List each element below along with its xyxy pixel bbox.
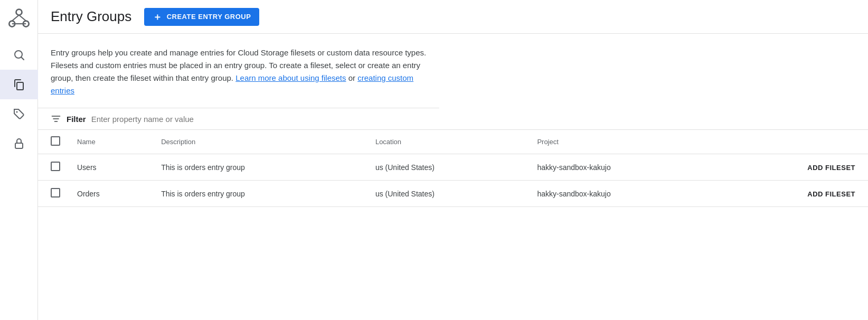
header-checkbox-cell — [38, 130, 69, 154]
create-button-label: CREATE ENTRY GROUP — [167, 13, 251, 21]
table-header-row: Name Description Location Project — [38, 130, 868, 154]
header-action — [721, 130, 868, 154]
header-project: Project — [529, 130, 721, 154]
entry-groups-table: Name Description Location Project Users … — [38, 130, 868, 207]
svg-rect-8 — [17, 82, 23, 90]
sidebar-item-search[interactable] — [0, 40, 38, 70]
sidebar-item-lock[interactable] — [0, 129, 38, 158]
sidebar — [0, 0, 38, 320]
filter-bar: Filter — [38, 108, 868, 130]
row-name-2: Orders — [69, 181, 153, 207]
row-checkbox-cell-2 — [38, 181, 69, 207]
header-location: Location — [367, 130, 529, 154]
main-content: Entry Groups ＋ CREATE ENTRY GROUP Entry … — [38, 0, 868, 320]
row-location-1: us (United States) — [367, 154, 529, 181]
select-all-checkbox[interactable] — [51, 136, 60, 146]
page-title: Entry Groups — [51, 8, 131, 25]
row-action-cell-1: ADD FILESET — [721, 154, 868, 181]
description-or-text: or — [348, 73, 358, 82]
learn-more-link[interactable]: Learn more about using filesets — [235, 73, 346, 82]
filter-icon — [51, 114, 61, 124]
table-container: Name Description Location Project Users … — [38, 130, 868, 320]
header-name: Name — [69, 130, 153, 154]
copy-icon — [13, 78, 25, 91]
lock-icon — [13, 137, 25, 150]
row-checkbox-2[interactable] — [51, 188, 60, 197]
svg-rect-10 — [15, 143, 23, 148]
sidebar-item-tags[interactable] — [0, 99, 38, 129]
table-row: Users This is orders entry group us (Uni… — [38, 154, 868, 181]
svg-point-0 — [16, 10, 22, 15]
filter-label: Filter — [67, 115, 86, 124]
row-project-1: hakky-sandbox-kakujo — [529, 154, 721, 181]
table-row: Orders This is orders entry group us (Un… — [38, 181, 868, 207]
svg-line-3 — [12, 15, 18, 21]
create-entry-group-button[interactable]: ＋ CREATE ENTRY GROUP — [144, 8, 259, 26]
row-project-2: hakky-sandbox-kakujo — [529, 181, 721, 207]
svg-point-9 — [16, 111, 17, 113]
filter-input[interactable] — [91, 115, 855, 124]
plus-icon: ＋ — [153, 12, 163, 22]
app-logo — [7, 6, 31, 30]
search-icon — [13, 49, 25, 61]
row-checkbox-1[interactable] — [51, 162, 60, 171]
sidebar-item-entry-groups[interactable] — [0, 70, 38, 99]
add-fileset-button-2[interactable]: ADD FILESET — [807, 190, 855, 198]
logo-icon — [7, 6, 31, 30]
svg-line-7 — [21, 58, 24, 60]
description-section: Entry groups help you create and manage … — [38, 34, 439, 108]
add-fileset-button-1[interactable]: ADD FILESET — [807, 164, 855, 172]
table-body: Users This is orders entry group us (Uni… — [38, 154, 868, 207]
row-checkbox-cell-1 — [38, 154, 69, 181]
svg-line-4 — [19, 15, 26, 21]
row-description-2: This is orders entry group — [153, 181, 367, 207]
row-location-2: us (United States) — [367, 181, 529, 207]
tag-icon — [13, 108, 25, 120]
header-description: Description — [153, 130, 367, 154]
row-name-1: Users — [69, 154, 153, 181]
header: Entry Groups ＋ CREATE ENTRY GROUP — [38, 0, 868, 34]
row-description-1: This is orders entry group — [153, 154, 367, 181]
row-action-cell-2: ADD FILESET — [721, 181, 868, 207]
